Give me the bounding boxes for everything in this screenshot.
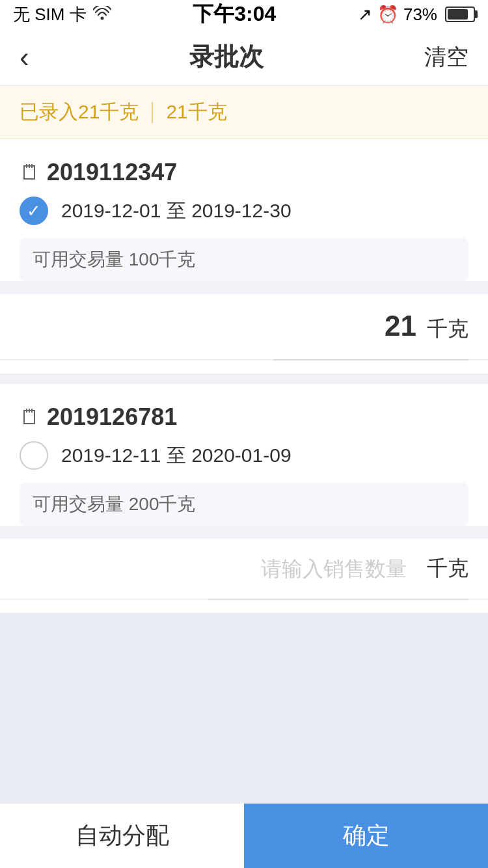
clear-button[interactable]: 清空 — [424, 42, 468, 72]
batch-2-available: 可用交易量 200千克 — [20, 483, 468, 526]
batch-2-radio[interactable] — [20, 441, 48, 470]
nav-bar: ‹ 录批次 清空 — [0, 29, 488, 86]
batch-1-date: 2019-12-01 至 2019-12-30 — [61, 198, 291, 224]
batch-2-date: 2019-12-11 至 2020-01-09 — [61, 442, 291, 469]
recorded-amount-label: 已录入21千克 — [20, 99, 139, 126]
recorded-amount-value: 21千克 — [166, 99, 226, 126]
confirm-button[interactable]: 确定 — [244, 804, 488, 868]
batch-1-check-icon: ✓ — [27, 201, 41, 221]
battery-percentage: 73% — [403, 5, 437, 25]
status-time: 下午3:04 — [193, 0, 276, 29]
wifi-icon — [93, 5, 111, 25]
alarm-icon: ⏰ — [377, 5, 398, 25]
batch-1-amount-value: 21 — [385, 310, 416, 342]
batch-1-row[interactable]: ✓ 2019-12-01 至 2019-12-30 — [20, 197, 468, 225]
info-banner: 已录入21千克 21千克 — [0, 86, 488, 139]
batch-1-radio[interactable]: ✓ — [20, 197, 48, 225]
battery-icon — [445, 7, 475, 22]
batch-2-header: 🗒 2019126781 — [20, 403, 468, 431]
svg-point-0 — [100, 16, 103, 20]
batch-2-row[interactable]: 2019-12-11 至 2020-01-09 — [20, 441, 468, 470]
batch-2-input-row: 千克 — [0, 539, 488, 599]
carrier-text: 无 SIM 卡 — [13, 3, 87, 26]
batch-2-id: 2019126781 — [47, 403, 177, 431]
batch-1-available: 可用交易量 100千克 — [20, 238, 468, 281]
location-icon: ↗ — [358, 5, 372, 25]
batch-2-qty-input[interactable] — [221, 557, 416, 581]
back-button[interactable]: ‹ — [20, 43, 29, 72]
status-left: 无 SIM 卡 — [13, 3, 111, 26]
status-bar: 无 SIM 卡 下午3:04 ↗ ⏰ 73% — [0, 0, 488, 29]
batch-1-header: 🗒 2019112347 — [20, 159, 468, 186]
bottom-bar: 自动分配 确定 — [0, 803, 488, 868]
info-banner-divider — [152, 102, 153, 123]
batch-1-amount-row: 21 千克 — [0, 294, 488, 359]
batch-card-2: 🗒 2019126781 2019-12-11 至 2020-01-09 可用交… — [0, 384, 488, 526]
page-title: 录批次 — [189, 40, 264, 74]
batch-2-input-unit: 千克 — [427, 554, 468, 583]
batch-card-1: 🗒 2019112347 ✓ 2019-12-01 至 2019-12-30 可… — [0, 139, 488, 281]
batch-1-doc-icon: 🗒 — [20, 161, 40, 185]
batch-1-id: 2019112347 — [47, 159, 177, 186]
batch-2-doc-icon: 🗒 — [20, 405, 40, 429]
section-divider-1 — [0, 373, 488, 384]
batch-1-amount-unit: 千克 — [427, 315, 468, 344]
status-right: ↗ ⏰ 73% — [358, 5, 475, 25]
auto-distribute-button[interactable]: 自动分配 — [0, 804, 244, 868]
